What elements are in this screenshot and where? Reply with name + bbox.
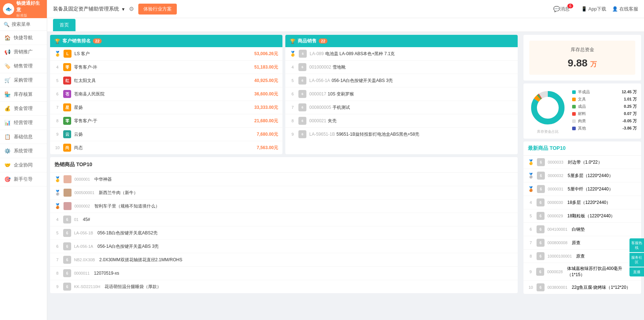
float-service-hotline[interactable]: 客服热线 [629,238,644,252]
sidebar-item-finance[interactable]: 💰 资金管理 [0,102,47,116]
prod-gray-4: 6 [63,216,71,223]
np-badge-2: 6 [537,172,545,180]
list-item: 4 零 零售客户-许 51,183.00元 [50,61,282,74]
prod-badge-1: 6 [299,50,307,58]
prod-name-6: 0000021夹壳 [309,118,513,124]
app-download-area[interactable]: 📱 App下载 [581,6,606,12]
list-item: 🥇 L LS 客户 53,006.26元 [50,47,282,61]
legend-dot-2 [572,98,576,101]
sidebar-item-sales[interactable]: 🏷️ 销售管理 [0,59,47,73]
gear-icon[interactable]: ⚙ [129,5,134,12]
prod-gray-7: 6 [63,256,71,264]
rank-num-2: 4 [54,65,60,69]
rank-num-8: 10 [54,145,60,150]
rank-num-7: 9 [54,132,60,136]
list-item: 5 红 红太阳文具 40,925.00元 [50,74,282,87]
sidebar-item-inventory[interactable]: 🏪 库存核算 [0,87,47,102]
customer-amount-1: 53,006.26元 [254,51,278,57]
new-products-list: 🥇 6 0000033 封边带（1.0*22） 🥈 6 0000032 5厘多层… [523,156,641,294]
customer-name-1: LS 客户 [74,51,252,57]
np-badge-4: 6 [537,198,545,206]
finance-icon: 💰 [4,106,11,111]
np-badge-7: 6 [537,239,545,247]
avatar-3: 红 [63,77,71,85]
sidebar-item-guide[interactable]: 🎯 新手引导 [0,172,47,186]
rank-medal-1: 🥇 [54,51,61,57]
sidebar-item-purchase[interactable]: 🛒 采购管理 [0,73,47,87]
sidebar-item-operations[interactable]: 📊 经营管理 [0,116,47,130]
trophy-icon-2: 🏆 [290,38,295,44]
enterprise-icon: 🤝 [4,162,11,168]
prod-gray-8: 6 [63,269,71,277]
np-badge-1: 6 [537,158,545,166]
system-icon: ⚙️ [4,148,11,154]
logo-icon: 🐟 [3,3,14,15]
inventory-total-panel: 库存总资金 9.88 万 [523,35,641,81]
legend-item-3: 成品 0.25 万 [572,104,637,109]
float-service-community[interactable]: 服务社区 [629,253,644,267]
prod-name-4: 000001710S 变刷罗猴 [309,91,513,97]
list-item: 6 苍 苍南县人民医院 36,600.00元 [50,87,282,101]
customer-name-3: 红太阳文具 [74,78,252,84]
base-info-icon: 📋 [4,134,11,140]
product-sales-badge: 22 [319,38,327,44]
list-item: 🥇 6 LA-089电池盖 LA-089 ABS本色+黑种 7.1克 [285,47,518,61]
list-item: 7 6 000800005手机测试 [285,101,518,114]
list-item: 7 星 星扬 33,333.00元 [50,101,282,114]
product-sales-panel: 🏆 商品销售 22 🥇 6 LA-089电池盖 LA-089 ABS本色+黑种 … [285,35,518,154]
list-item: 4 6 001000002雪地靴 [285,61,518,74]
rank-num-3: 5 [54,78,60,83]
float-service-live[interactable]: 直播 [629,267,644,276]
topbar: 装备及固定资产辅助管理系统 ▾ ⚙ 体验行业方案 💬 消息 6 📱 App下载 … [47,0,644,18]
avatar-6: 零 [63,117,71,125]
message-area[interactable]: 💬 消息 6 [553,6,575,12]
rank-num-5: 7 [54,105,60,110]
np-item-2: 🥈 6 0000032 5厘多层（1220*2440） [523,169,641,182]
search-menu[interactable]: 🔍 搜索菜单 [0,18,47,31]
list-item: 4 6 01 45# [50,213,518,226]
np-item-6: 6 6 004100001 白钢垫 [523,223,641,236]
sidebar-item-system[interactable]: ⚙️ 系统管理 [0,144,47,158]
panels-container: 🏆 客户销售排名 22 🥇 L LS 客户 53,006.26元 4 [47,32,521,320]
prod-img-3 [64,202,72,210]
avatar-2: 零 [63,63,71,71]
list-item: 🥉 0000002 智利车子里（规格不知道填什么） [50,200,518,213]
new-products-header: 最新商品 TOP10 [523,141,641,156]
service-icon: 👤 [612,6,618,12]
legend-dot-3 [572,105,576,108]
operations-icon: 📊 [4,120,11,126]
avatar-7: 云 [63,130,71,138]
system-selector[interactable]: 装备及固定资产辅助管理系统 ▾ [53,6,125,12]
np-item-7: 7 6 000800008 原查 [523,236,641,250]
sidebar-item-base-info[interactable]: 📋 基础信息 [0,130,47,144]
sales-icon: 🏷️ [4,63,11,69]
customer-name-2: 零售客户-许 [74,64,252,70]
hot-products-panel: 热销商品 TOP10 🥇 0000001 中华神器 🥈 000500001 新西… [50,157,518,293]
phone-icon: 📱 [581,6,587,12]
trial-button[interactable]: 体验行业方案 [138,4,177,15]
customer-ranking-badge: 22 [93,38,102,44]
list-item: 8 6 0000011 12070519-xs [50,267,518,280]
main-content: 装备及固定资产辅助管理系统 ▾ ⚙ 体验行业方案 💬 消息 6 📱 App下载 … [47,0,644,320]
content-area: 🏆 客户销售排名 22 🥇 L LS 客户 53,006.26元 4 [47,32,644,320]
chart-label: 库存资金占比 [537,129,559,134]
np-badge-6: 6 [537,225,545,233]
sidebar-item-enterprise[interactable]: 🤝 企业协同 [0,158,47,172]
customer-ranking-panel: 🏆 客户销售排名 22 🥇 L LS 客户 53,006.26元 4 [50,35,282,154]
legend-item-5: 肉类 -0.05 万 [572,118,637,124]
page-tabs: 首页 [47,18,644,32]
avatar-4: 苍 [63,90,71,98]
sidebar: 🐟 畅捷通好生意 标准版 🔍 搜索菜单 🏠 快捷导航 📢 营销推广 🏷️ 销售管… [0,0,47,320]
inventory-legend: 半成品 12.45 万 文具 1.01 万 成品 0.25 万 [572,89,637,133]
inventory-title: 库存总资金 [535,46,629,53]
sidebar-item-marketing[interactable]: 📢 营销推广 [0,45,47,59]
product-sales-list: 🥇 6 LA-089电池盖 LA-089 ABS本色+黑种 7.1克 4 6 0… [285,47,518,141]
sidebar-item-quick-nav[interactable]: 🏠 快捷导航 [0,31,47,45]
right-panel: 库存总资金 9.88 万 [521,32,644,320]
legend-dot-1 [572,90,576,94]
online-service-area[interactable]: 👤 在线客服 [612,6,638,12]
sidebar-logo: 🐟 畅捷通好生意 标准版 [0,0,47,18]
purchase-icon: 🛒 [4,77,11,83]
list-item: 6 6 LA-056-1A 056-1A白色按键开关盖ABS 3壳 [50,240,518,253]
tab-home[interactable]: 首页 [53,19,76,31]
